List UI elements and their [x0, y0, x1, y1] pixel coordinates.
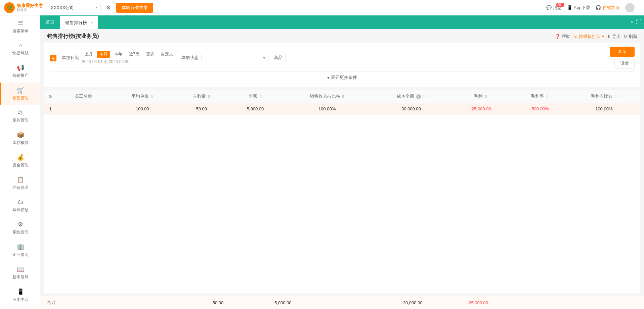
- cell-gross-pct: 100.00%: [568, 103, 640, 115]
- sidebar-item-finance[interactable]: 💰 资金管理: [0, 150, 40, 172]
- sort-icon-gross-pct[interactable]: ⇅: [614, 95, 617, 98]
- status-filter: 单据状态 ▾: [181, 54, 268, 62]
- export-icon: ⬇: [607, 34, 611, 39]
- tab-close-button[interactable]: ×: [630, 19, 633, 25]
- export-button[interactable]: ⬇ 导出: [607, 34, 621, 40]
- sort-icon-avg-price[interactable]: ⇅: [151, 95, 154, 98]
- sidebar-item-basicinfo[interactable]: 🗂 基础信息: [0, 195, 40, 217]
- table-row: 1 100.00 50.00 5,000.00 100.00% 30,000.0…: [44, 103, 640, 115]
- logo-text: 畅康通好生意 标准版: [17, 3, 43, 12]
- cell-amount: 5,000.00: [229, 103, 282, 115]
- footer-cell-amount: 5,000.00: [251, 300, 315, 305]
- col-avg-price: 平均单价 ⇅: [111, 90, 174, 103]
- sidebar-item-purchase[interactable]: 🛍 采购管理: [0, 105, 40, 127]
- table-footer: 合计 50.00 5,000.00 30,000.00 -25,000.00: [40, 296, 644, 309]
- filter-collapse-button[interactable]: ◀: [50, 55, 56, 61]
- cell-gross: -25,000.00: [450, 103, 511, 115]
- date-options: 上月 本月 本年 近7天 更多 自定义: [82, 51, 176, 58]
- date-opt-custom[interactable]: 自定义: [158, 51, 176, 58]
- sidebar-item-inventory[interactable]: 📦 库存核算: [0, 127, 40, 150]
- app-download-button[interactable]: 📱 App下载: [567, 5, 590, 11]
- online-service-button[interactable]: 🎧 在线客服: [596, 5, 620, 11]
- message-button[interactable]: 💬 消息 99+: [546, 5, 562, 11]
- date-opt-thisyear[interactable]: 本年: [112, 51, 125, 58]
- sidebar-label-appcenter: 应用中心: [12, 297, 29, 303]
- sidebar-item-search[interactable]: ☰ 搜索菜单: [0, 15, 40, 38]
- tab-bar: 首页 销售排行榜 × × ⛶: [40, 15, 644, 29]
- main-layout: ☰ 搜索菜单 ⌂ 快捷导航 📢 营销推广 🛒 销售管理 🛍 采购管理 📦 库: [0, 15, 644, 309]
- sidebar-label-system: 系统管理: [12, 229, 29, 235]
- col-gross-rate: 毛利率 ⇅: [511, 90, 568, 103]
- sidebar-item-quicknav[interactable]: ⌂ 快捷导航: [0, 38, 40, 60]
- online-service-label: 在线客服: [602, 5, 620, 11]
- sidebar-label-guide: 新手引导: [12, 274, 29, 280]
- message-icon: 💬: [546, 5, 552, 10]
- query-button[interactable]: 查询: [610, 47, 635, 57]
- home-tab-label: 首页: [46, 19, 54, 25]
- filter-area: ◀ 单据日期 上月 本月 本年 近7天 更多: [44, 43, 640, 87]
- page-content: 销售排行榜(按业务员) ❓ 帮助 🖨 按模板打印 ▾ ⬇: [40, 29, 644, 309]
- date-filter-label: 单据日期: [62, 55, 79, 61]
- footer-label: 合计: [44, 300, 56, 306]
- refresh-button[interactable]: ↻ 刷新: [624, 34, 637, 40]
- search-menu-icon: ☰: [18, 19, 23, 27]
- print-button[interactable]: 🖨 按模板打印 ▾: [573, 34, 604, 40]
- sidebar-item-sales[interactable]: 🛒 销售管理: [0, 83, 40, 105]
- basicinfo-icon: 🗂: [17, 199, 24, 206]
- sidebar-item-guide[interactable]: 📖 新手引导: [0, 262, 40, 284]
- page-actions: ❓ 帮助 🖨 按模板打印 ▾ ⬇ 导出 ↻: [555, 34, 637, 40]
- tab-maximize-button[interactable]: ⛶: [636, 19, 641, 25]
- tab-sales-rank[interactable]: 销售排行榜 ×: [60, 16, 98, 30]
- sidebar-item-marketing[interactable]: 📢 营销推广: [0, 60, 40, 83]
- sidebar-label-sales: 销售管理: [12, 95, 29, 101]
- sort-icon-cost[interactable]: ⇅: [423, 95, 426, 98]
- settings-button[interactable]: 设置: [614, 58, 635, 69]
- sidebar-item-enterprise[interactable]: 🏢 企业协同: [0, 239, 40, 262]
- chevron-down-expand-icon: ▾: [327, 75, 330, 80]
- sidebar-item-system[interactable]: ⚙ 系统管理: [0, 217, 40, 239]
- sidebar-label-purchase: 采购管理: [12, 117, 29, 123]
- finance-icon: 💰: [17, 154, 24, 161]
- footer-cell-qty: 50.00: [185, 300, 250, 305]
- print-icon: 🖨: [573, 34, 577, 39]
- date-opt-thismonth[interactable]: 本月: [97, 51, 110, 58]
- goods-filter: 商品 ...: [274, 54, 386, 62]
- date-opt-more[interactable]: 更多: [143, 51, 157, 58]
- status-select[interactable]: ▾: [201, 54, 268, 62]
- date-opt-lastmonth[interactable]: 上月: [82, 51, 95, 58]
- purchase-icon: 🛍: [17, 109, 24, 116]
- expand-conditions-button[interactable]: ▾ 展开更多条件: [322, 73, 362, 82]
- headset-icon: 🎧: [596, 5, 601, 10]
- date-opt-7days[interactable]: 近7天: [126, 51, 142, 58]
- data-table: ⚙ 员工名称 平均单价 ⇅ 主数量 ⇅: [44, 90, 640, 115]
- topbar-settings-button[interactable]: ⚙: [103, 3, 114, 13]
- sidebar-item-appcenter[interactable]: 📱 应用中心: [0, 284, 40, 307]
- sidebar-item-wechat[interactable]: 💬 企业微信: [0, 307, 40, 309]
- sort-icon-gross[interactable]: ⇅: [485, 95, 487, 98]
- trial-button[interactable]: 体验行业方案: [116, 3, 153, 13]
- cell-rank: 1: [44, 103, 56, 115]
- tab-close-icon[interactable]: ×: [90, 20, 93, 25]
- refresh-icon: ↻: [624, 34, 627, 39]
- col-sales-pct: 销售收入占比% ⇅: [282, 90, 372, 103]
- sort-icon-gross-rate[interactable]: ⇅: [546, 95, 549, 98]
- goods-input[interactable]: ...: [285, 54, 386, 62]
- sort-icon-amount[interactable]: ⇅: [259, 95, 262, 98]
- footer-cell-cost: 30,000.00: [380, 300, 445, 305]
- help-button[interactable]: ❓ 帮助: [555, 34, 570, 40]
- col-gross: 毛利 ⇅: [450, 90, 511, 103]
- sort-icon-qty[interactable]: ⇅: [208, 95, 210, 98]
- cost-info-icon[interactable]: ?: [416, 94, 421, 99]
- tab-home[interactable]: 首页: [40, 15, 60, 29]
- cell-name: [56, 103, 111, 115]
- date-filter: 单据日期 上月 本月 本年 近7天 更多 自定义 20: [62, 51, 176, 65]
- table-header-row: ⚙ 员工名称 平均单价 ⇅ 主数量 ⇅: [44, 90, 640, 103]
- avatar[interactable]: [625, 3, 635, 12]
- sidebar-label-quicknav: 快捷导航: [12, 50, 29, 56]
- sort-icon-sales-pct[interactable]: ⇅: [342, 95, 344, 98]
- col-settings[interactable]: ⚙: [44, 90, 56, 103]
- cell-avg-price: 100.00: [111, 103, 174, 115]
- sidebar-item-operations[interactable]: 📋 经营管理: [0, 172, 40, 195]
- company-selector[interactable]: XXXXX公司 ▾: [47, 3, 101, 12]
- date-range: 2023-06-01 至 2023-06-30: [82, 59, 176, 65]
